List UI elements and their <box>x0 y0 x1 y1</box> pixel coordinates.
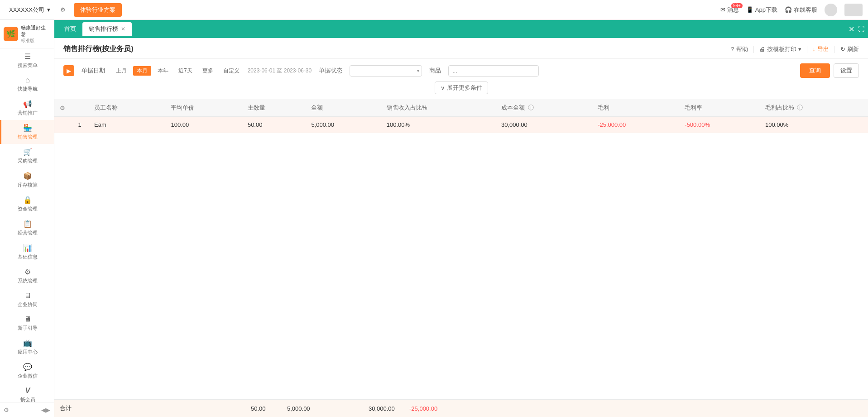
query-button[interactable]: 查询 <box>800 63 830 78</box>
tab-sales-rank[interactable]: 销售排行榜 ✕ <box>82 22 132 36</box>
collab-icon: 🖥 <box>24 292 31 300</box>
inventory-icon: 📦 <box>23 172 32 180</box>
expand-chevron-down-icon: ∨ <box>441 85 445 91</box>
app-icon: 📱 <box>746 6 753 13</box>
sidebar-item-basic-info[interactable]: 📊 基础信息 <box>0 240 54 264</box>
sidebar-item-guide[interactable]: 🖥 新手引导 <box>0 312 54 335</box>
filter-action-buttons: 查询 设置 <box>800 63 859 78</box>
col-settings[interactable]: ⚙ <box>54 99 71 117</box>
message-badge: 99+ <box>731 3 743 8</box>
help-icon: ? <box>731 46 734 53</box>
table-settings-button[interactable]: 设置 <box>834 63 859 78</box>
footer-gross: -25,000.00 <box>404 405 445 412</box>
col-name: 员工名称 <box>89 99 165 117</box>
col-cost: 成本全额 ⓘ <box>496 99 592 117</box>
goods-input-wrapper[interactable]: ... <box>448 65 539 77</box>
col-main-qty: 主数量 <box>242 99 306 117</box>
footer-cost: 30,000.00 <box>363 405 404 412</box>
company-selector[interactable]: XXXXXX公司 ▾ <box>5 4 54 16</box>
date-option-custom[interactable]: 自定义 <box>220 66 243 76</box>
system-icon: ⚙ <box>24 268 31 276</box>
sidebar-item-inventory[interactable]: 📦 库存核算 <box>0 168 54 192</box>
sidebar-nav: ☰ 搜索菜单 ⌂ 快捷导航 📢 营销推广 🏪 销售管理 🛒 采购管理 📦 库 <box>0 48 54 403</box>
sidebar-item-enterprise-wechat[interactable]: 💬 企业微信 <box>0 359 54 383</box>
sidebar-item-purchase[interactable]: 🛒 采购管理 <box>0 144 54 168</box>
col-gross: 毛利 <box>592 99 679 117</box>
search-order-icon: ☰ <box>24 52 31 61</box>
sidebar-item-sales[interactable]: 🏪 销售管理 <box>0 120 54 144</box>
col-sales-pct: 销售收入占比% <box>381 99 496 117</box>
member-icon: V <box>25 387 30 395</box>
date-range-display: 2023-06-01 至 2023-06-30 <box>248 67 312 75</box>
sidebar-item-system[interactable]: ⚙ 系统管理 <box>0 264 54 288</box>
header-actions: ? 帮助 🖨 按模板打印 ▾ ↓ 导出 <box>731 45 859 53</box>
goods-input[interactable]: ... <box>452 67 535 74</box>
export-button[interactable]: ↓ 导出 <box>813 45 830 53</box>
footer-values: 50.00 5,000.00 30,000.00 -25,000.00 <box>209 405 445 412</box>
company-name: XXXXXX公司 <box>9 6 44 14</box>
row-gross: -25,000.00 <box>592 117 679 133</box>
date-option-7days[interactable]: 近7天 <box>175 66 196 76</box>
filter-expand-arrow[interactable]: ▶ <box>63 65 74 76</box>
page-title: 销售排行榜(按业务员) <box>63 44 134 54</box>
sidebar-item-search-order[interactable]: ☰ 搜索菜单 <box>0 48 54 72</box>
online-service-item[interactable]: 🎧 在线客服 <box>785 6 817 14</box>
divider-1 <box>753 46 754 53</box>
export-icon: ↓ <box>813 46 816 53</box>
print-button[interactable]: 🖨 按模板打印 ▾ <box>759 45 801 53</box>
goods-filter-label: 商品 <box>429 67 441 75</box>
footer-total-label: 合计 <box>60 404 209 412</box>
online-service-label: 在线客服 <box>794 6 817 14</box>
tab-home[interactable]: 首页 <box>58 22 82 36</box>
sidebar-item-finance[interactable]: 🔒 资金管理 <box>0 192 54 216</box>
date-option-more[interactable]: 更多 <box>199 66 217 76</box>
footer-main-qty: 50.00 <box>245 405 282 412</box>
operations-icon: 📋 <box>23 220 32 228</box>
refresh-button[interactable]: ↻ 刷新 <box>840 45 859 53</box>
cost-info-icon[interactable]: ⓘ <box>528 104 534 111</box>
tab-close-icon[interactable]: ✕ <box>121 26 125 32</box>
status-select[interactable] <box>350 65 422 77</box>
tab-minimize-icon[interactable]: ✕ <box>849 25 854 34</box>
sidebar-item-operations[interactable]: 📋 经营管理 <box>0 216 54 240</box>
trial-button[interactable]: 体验行业方案 <box>74 3 122 17</box>
date-option-last-month[interactable]: 上月 <box>112 66 130 76</box>
avatar[interactable] <box>825 4 837 16</box>
sidebar-collapse-icon[interactable]: ◀▶ <box>41 407 50 413</box>
row-name: Eam <box>89 117 165 133</box>
status-filter-label: 单据状态 <box>319 67 342 75</box>
row-sales-pct: 100.00% <box>381 117 496 133</box>
footer-amount: 5,000.00 <box>282 405 322 412</box>
sidebar-settings-icon[interactable]: ⚙ <box>4 407 9 413</box>
message-icon-item[interactable]: ✉ 消息 99+ <box>720 6 739 14</box>
gross-pct-info-icon[interactable]: ⓘ <box>797 104 803 111</box>
tab-maximize-icon[interactable]: ⛶ <box>858 25 864 33</box>
tab-bar: 首页 销售排行榜 ✕ ✕ ⛶ <box>54 20 868 38</box>
purchase-icon: 🛒 <box>23 148 32 156</box>
date-option-this-month[interactable]: 本月 <box>133 66 151 76</box>
expand-more-button[interactable]: ∨ 展开更多条件 <box>435 81 488 94</box>
col-amount: 全额 <box>306 99 381 117</box>
col-avg-price: 平均单价 <box>165 99 242 117</box>
table-footer: 合计 50.00 5,000.00 30,000.00 -25,000.00 <box>54 399 868 417</box>
date-option-this-year[interactable]: 本年 <box>154 66 172 76</box>
sidebar-item-enterprise-collab[interactable]: 🖥 企业协同 <box>0 288 54 312</box>
sidebar-item-member[interactable]: V 畅会员 <box>0 383 54 403</box>
tab-right-controls: ✕ ⛶ <box>849 25 864 34</box>
filter-area: ▶ 单据日期 上月 本月 本年 近7天 更多 自定义 2023-06-01 至 … <box>54 59 868 99</box>
sidebar-item-quick-nav[interactable]: ⌂ 快捷导航 <box>0 72 54 96</box>
table-header-row: ⚙ 员工名称 平均单价 主数量 全额 销售收入占比% 成本全额 ⓘ 毛利 <box>54 99 868 117</box>
sales-icon: 🏪 <box>23 124 32 132</box>
app-download-item[interactable]: 📱 App下载 <box>746 6 777 14</box>
logo-icon: 🌿 <box>4 27 18 41</box>
headset-icon: 🎧 <box>785 6 792 13</box>
username <box>844 4 863 16</box>
sidebar-item-marketing[interactable]: 📢 营销推广 <box>0 96 54 120</box>
settings-icon[interactable]: ⚙ <box>57 4 69 16</box>
help-button[interactable]: ? 帮助 <box>731 45 748 53</box>
row-cost: 30,000.00 <box>496 117 592 133</box>
marketing-icon: 📢 <box>23 100 32 108</box>
date-filter: 上月 本月 本年 近7天 更多 自定义 2023-06-01 至 2023-06… <box>112 66 312 76</box>
sidebar-item-app-center[interactable]: 📺 应用中心 <box>0 335 54 359</box>
filter-row-1: ▶ 单据日期 上月 本月 本年 近7天 更多 自定义 2023-06-01 至 … <box>63 63 859 78</box>
